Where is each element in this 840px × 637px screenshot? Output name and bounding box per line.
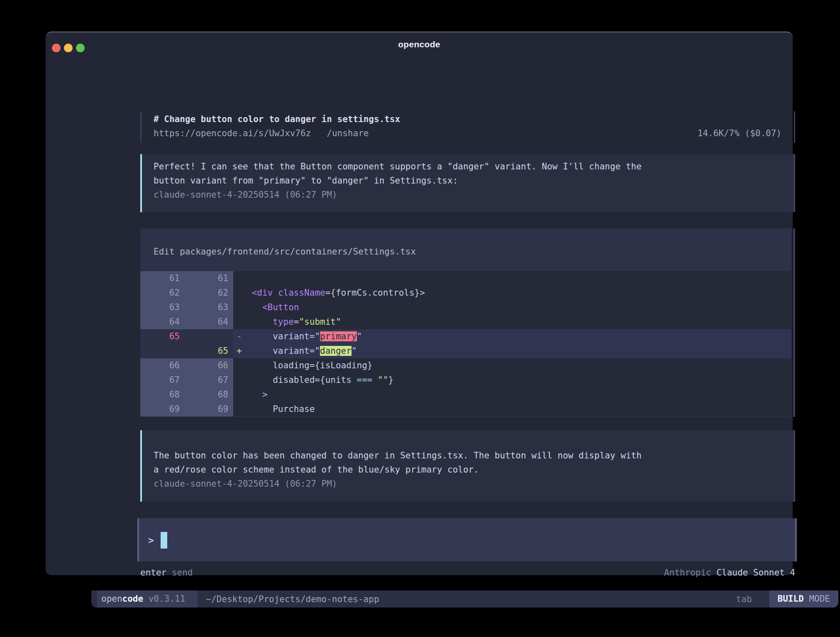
line-number-old: 61 xyxy=(140,271,187,286)
line-number-new: 68 xyxy=(187,387,233,402)
code-token: variant=" xyxy=(247,331,320,341)
app-version: v0.3.11 xyxy=(143,594,185,604)
code-line xyxy=(247,271,791,286)
line-number-new: 64 xyxy=(187,315,233,329)
share-url-link[interactable]: https://opencode.ai/s/UwJxv76z xyxy=(154,126,311,140)
line-number-old: 67 xyxy=(140,373,187,387)
code-token: disabled={units xyxy=(247,375,357,385)
code-token xyxy=(247,390,262,399)
hint-enter-key: enter xyxy=(140,568,166,578)
line-number-old: 62 xyxy=(140,286,187,300)
code-line: variant="danger" xyxy=(247,344,791,358)
build-mode-badge: BUILD MODE xyxy=(769,590,838,608)
assistant-message: Perfect! I can see that the Button compo… xyxy=(140,154,795,212)
message-meta: claude-sonnet-4-20250514 (06:27 PM) xyxy=(154,477,794,491)
code-line: loading={isLoading} xyxy=(247,358,791,373)
status-bar: opencode v0.3.11 ~/Desktop/Projects/demo… xyxy=(91,590,838,608)
line-number-old: 63 xyxy=(140,300,187,315)
line-number-new: 65 xyxy=(187,344,233,358)
hint-enter-action: send xyxy=(172,568,193,578)
code-token xyxy=(273,288,278,298)
code-token: <Button xyxy=(262,302,299,312)
code-line: variant="primary" xyxy=(247,329,791,344)
code-line: > xyxy=(247,387,791,402)
diff-marker xyxy=(233,300,247,315)
code-line: <Button xyxy=(247,300,791,315)
edit-tool-title: Edit packages/frontend/src/containers/Se… xyxy=(140,228,791,271)
model-name: Claude Sonnet 4 xyxy=(716,568,795,578)
line-number-new: 69 xyxy=(187,402,233,416)
working-directory: ~/Desktop/Projects/demo-notes-app xyxy=(206,594,379,604)
message-meta: claude-sonnet-4-20250514 (06:27 PM) xyxy=(154,188,794,202)
diff-row: 6161 xyxy=(140,271,791,286)
diff-row: 6666 loading={isLoading} xyxy=(140,358,791,373)
line-number-new xyxy=(187,329,233,344)
code-token: } xyxy=(388,375,393,385)
code-line: <div className={formCs.controls}> xyxy=(247,286,791,300)
code-token xyxy=(372,375,378,385)
code-token: "" xyxy=(378,375,388,385)
scrollbar[interactable] xyxy=(793,228,795,417)
code-token: > xyxy=(262,390,268,399)
context-stats: 14.6K/7% ($0.07) xyxy=(698,126,781,140)
line-number-new: 63 xyxy=(187,300,233,315)
code-token: " xyxy=(352,346,357,356)
edit-tool-card: Edit packages/frontend/src/containers/Se… xyxy=(140,228,791,417)
code-token: "submit" xyxy=(299,317,341,327)
line-number-old xyxy=(140,344,187,358)
app-badge: opencode v0.3.11 xyxy=(97,590,198,608)
line-number-old: 65 xyxy=(140,329,187,344)
diff-row: 65+ variant="danger" xyxy=(140,344,791,358)
code-token: className xyxy=(278,288,325,298)
app-name-prefix: open xyxy=(101,594,122,604)
diff-marker xyxy=(233,402,247,416)
diff-row: 6868 > xyxy=(140,387,791,402)
message-text: Perfect! I can see that the Button compo… xyxy=(154,159,650,188)
diff-marker xyxy=(233,271,247,286)
session-header: # Change button color to danger in setti… xyxy=(140,111,795,143)
code-token xyxy=(247,302,262,312)
code-token: Purchase xyxy=(247,404,315,414)
code-token: type xyxy=(273,317,294,327)
tab-hint: tab xyxy=(736,594,752,604)
assistant-message: The button color has been changed to dan… xyxy=(140,430,795,502)
line-number-old: 64 xyxy=(140,315,187,329)
code-token: primary xyxy=(320,331,357,341)
zoom-button[interactable] xyxy=(76,44,85,52)
diff-marker xyxy=(233,387,247,402)
desktop: { "window": { "title": "opencode" }, "se… xyxy=(0,0,840,637)
line-number-new: 62 xyxy=(187,286,233,300)
text-cursor xyxy=(161,532,167,549)
diff-marker: - xyxy=(233,329,247,344)
send-hint: enter send xyxy=(140,567,193,578)
session-title: # Change button color to danger in setti… xyxy=(154,112,781,126)
code-token: = xyxy=(294,317,299,327)
minimize-button[interactable] xyxy=(64,44,73,52)
hint-row: enter send Anthropic Claude Sonnet 4 xyxy=(140,567,795,578)
line-number-old: 69 xyxy=(140,402,187,416)
titlebar: opencode xyxy=(46,32,793,56)
code-token: ={formCs.controls}> xyxy=(325,288,425,298)
model-provider: Anthropic xyxy=(664,568,711,578)
model-indicator: Anthropic Claude Sonnet 4 xyxy=(664,567,795,578)
diff-row: 6262 <div className={formCs.controls}> xyxy=(140,286,791,300)
prompt-symbol: > xyxy=(148,532,154,548)
opencode-window: opencode # Change button color to danger… xyxy=(46,32,793,575)
close-button[interactable] xyxy=(52,44,61,52)
diff-row: 6767 disabled={units === ""} xyxy=(140,373,791,387)
diff-marker xyxy=(233,315,247,329)
code-token: <div xyxy=(252,288,273,298)
diff-marker xyxy=(233,358,247,373)
code-token: === xyxy=(357,375,373,385)
line-number-old: 68 xyxy=(140,387,187,402)
unshare-command[interactable]: /unshare xyxy=(327,126,369,140)
session-meta: https://opencode.ai/s/UwJxv76z /unshare … xyxy=(154,126,781,140)
code-token xyxy=(247,288,252,298)
app-name-suffix: code xyxy=(122,594,144,604)
code-token: variant=" xyxy=(247,346,320,356)
code-line: Purchase xyxy=(247,402,791,416)
diff-row: 6363 <Button xyxy=(140,300,791,315)
mode-label: BUILD xyxy=(778,594,804,604)
diff-row: 65- variant="primary" xyxy=(140,329,791,344)
prompt-input[interactable]: > xyxy=(137,518,797,561)
